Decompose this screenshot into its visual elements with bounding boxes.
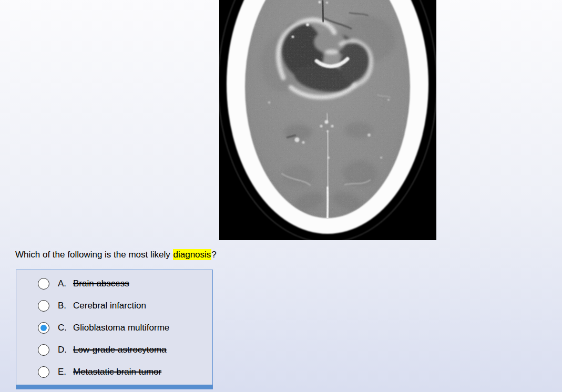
question-prefix: Which of the following is the most likel… (15, 250, 173, 260)
answer-options-box: A. Brain abscess B. Cerebral infarction … (16, 270, 213, 389)
option-letter: C. (58, 323, 73, 333)
radio-dot (40, 303, 47, 309)
radio-dot (40, 281, 47, 287)
option-row-a[interactable]: A. Brain abscess (16, 273, 212, 295)
option-row-e[interactable]: E. Metastatic brain tumor (16, 361, 212, 383)
ct-scan-image (219, 0, 436, 240)
option-text: Low-grade astrocytoma (73, 345, 167, 355)
radio-button[interactable] (38, 366, 49, 378)
option-text: Metastatic brain tumor (73, 367, 161, 377)
option-text: Brain abscess (73, 278, 129, 289)
radio-dot (40, 347, 47, 353)
radio-dot (40, 369, 47, 375)
radio-dot (40, 325, 47, 331)
option-row-d[interactable]: D. Low-grade astrocytoma (16, 339, 212, 361)
option-letter: B. (58, 301, 73, 311)
radio-button[interactable] (38, 322, 49, 334)
question-text: Which of the following is the most likel… (15, 249, 217, 261)
question-page: Which of the following is the most likel… (0, 0, 562, 392)
radio-button[interactable] (38, 300, 49, 312)
radio-button[interactable] (38, 278, 49, 290)
question-highlight: diagnosis (173, 249, 212, 260)
radio-button[interactable] (38, 344, 49, 356)
option-letter: A. (58, 278, 73, 289)
option-text: Glioblastoma multiforme (73, 323, 169, 333)
option-text: Cerebral infarction (73, 301, 146, 311)
option-row-b[interactable]: B. Cerebral infarction (16, 295, 212, 317)
question-suffix: ? (211, 250, 216, 260)
option-letter: D. (58, 345, 73, 355)
horizontal-scrollbar[interactable] (16, 385, 212, 389)
option-letter: E. (58, 367, 73, 377)
option-row-c[interactable]: C. Glioblastoma multiforme (16, 317, 212, 339)
